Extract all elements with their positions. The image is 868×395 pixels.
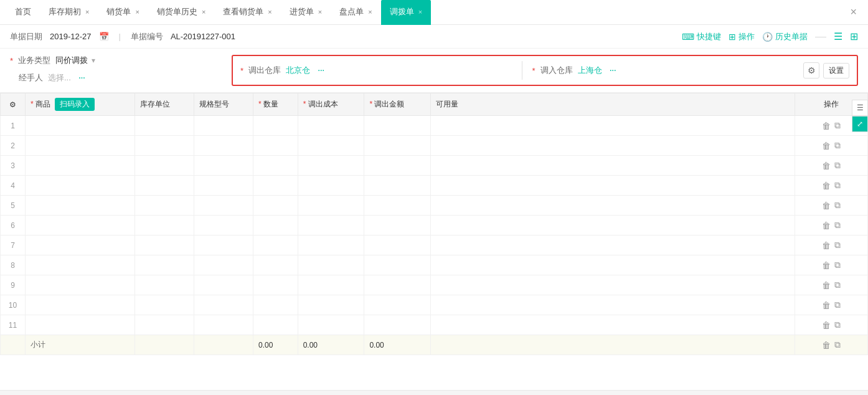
- horizontal-scrollbar[interactable]: [0, 390, 868, 395]
- copy-icon-7[interactable]: ⧉: [834, 240, 841, 250]
- tab-inventory-init[interactable]: 库存期初 ×: [40, 0, 98, 25]
- source-warehouse-more-btn[interactable]: ···: [318, 65, 324, 76]
- tab-view-sales[interactable]: 查看销货单 ×: [214, 0, 280, 25]
- cell-action-8: 🗑⧉: [795, 255, 868, 275]
- row-num-2: 2: [1, 136, 26, 156]
- tab-home[interactable]: 首页: [6, 0, 40, 25]
- subtotal-copy-icon[interactable]: ⧉: [834, 340, 841, 350]
- table-row: 1 🗑 ⧉: [1, 116, 868, 136]
- copy-icon-4[interactable]: ⧉: [834, 180, 841, 191]
- tab-close-transfer[interactable]: ×: [418, 8, 422, 16]
- subtotal-qty: 0.00: [253, 335, 298, 355]
- target-warehouse-value[interactable]: 上海仓: [578, 65, 602, 76]
- table-row: 8 🗑⧉: [1, 255, 868, 275]
- row-num-6: 6: [1, 216, 26, 236]
- delete-icon-3[interactable]: 🗑: [822, 161, 831, 171]
- cell-amount-3[interactable]: [364, 156, 431, 176]
- cell-qty-1[interactable]: [253, 116, 298, 136]
- delete-icon-5[interactable]: 🗑: [822, 201, 831, 211]
- tab-close-sales-order[interactable]: ×: [135, 8, 139, 16]
- scan-btn[interactable]: 扫码录入: [55, 98, 95, 111]
- delete-icon-9[interactable]: 🗑: [822, 280, 831, 290]
- table-wrapper: ⚙ * 商品 扫码录入 库存单位 规格型号 * 数量: [0, 93, 868, 390]
- toolbar: 单据日期 2019-12-27 📅 | 单据编号 AL-20191227-001…: [0, 25, 868, 49]
- col-qty: * 数量: [253, 93, 298, 116]
- handler-more-btn[interactable]: ···: [78, 72, 85, 83]
- copy-icon-6[interactable]: ⧉: [834, 220, 841, 231]
- cell-action-7: 🗑⧉: [795, 236, 868, 255]
- cell-amount-2[interactable]: [364, 136, 431, 156]
- copy-icon-8[interactable]: ⧉: [834, 260, 841, 270]
- delete-icon-11[interactable]: 🗑: [822, 320, 831, 330]
- tab-close-stocktake[interactable]: ×: [368, 8, 372, 16]
- sidebar-list-icon[interactable]: ☰: [852, 100, 868, 116]
- delete-icon-8[interactable]: 🗑: [822, 260, 831, 270]
- sidebar-expand-icon[interactable]: ⤢: [852, 116, 868, 132]
- tab-bar: 首页 库存期初 × 销货单 × 销货单历史 × 查看销货单 × 进货单 × 盘点…: [0, 0, 868, 25]
- copy-icon-5[interactable]: ⧉: [834, 200, 841, 211]
- form-gear-btn[interactable]: ⚙: [803, 62, 819, 79]
- tab-close-sales-history[interactable]: ×: [202, 8, 205, 16]
- cell-qty-3[interactable]: [253, 156, 298, 176]
- delete-icon-2[interactable]: 🗑: [822, 141, 831, 151]
- calendar-icon[interactable]: 📅: [99, 32, 109, 41]
- cell-amount-1[interactable]: [364, 116, 431, 136]
- cell-action-11: 🗑⧉: [795, 315, 868, 335]
- col-settings[interactable]: ⚙: [1, 93, 26, 116]
- copy-icon-9[interactable]: ⧉: [834, 280, 841, 290]
- copy-icon-11[interactable]: ⧉: [834, 320, 841, 330]
- form-set-btn[interactable]: 设置: [823, 63, 849, 79]
- delete-icon-7[interactable]: 🗑: [822, 240, 831, 250]
- dropdown-arrow-icon: ▾: [92, 56, 95, 65]
- window-close-button[interactable]: ×: [845, 6, 862, 19]
- source-warehouse-label: 调出仓库: [248, 65, 281, 76]
- table-row: 3 🗑⧉: [1, 156, 868, 176]
- cell-cost-3[interactable]: [298, 156, 364, 176]
- cell-product-1[interactable]: [26, 116, 135, 136]
- tab-sales-order[interactable]: 销货单 ×: [98, 0, 148, 25]
- operations-btn[interactable]: ⊞ 操作: [729, 31, 755, 42]
- tab-transfer[interactable]: 调拨单 ×: [381, 0, 431, 25]
- row-num-11: 11: [1, 315, 26, 335]
- col-product: * 商品 扫码录入: [26, 93, 135, 116]
- cell-action-3: 🗑⧉: [795, 156, 868, 176]
- source-warehouse-value[interactable]: 北京仓: [286, 65, 310, 76]
- cell-product-4[interactable]: [26, 176, 135, 196]
- table-row: 6 🗑⧉: [1, 216, 868, 236]
- tab-stocktake[interactable]: 盘点单 ×: [331, 0, 380, 25]
- copy-icon-1[interactable]: ⧉: [834, 120, 841, 131]
- layout-grid-btn[interactable]: ⊞: [850, 31, 858, 42]
- delete-icon-6[interactable]: 🗑: [822, 221, 831, 231]
- handler-group: 经手人 选择... ···: [10, 72, 222, 83]
- cell-product-2[interactable]: [26, 136, 135, 156]
- row-num-7: 7: [1, 236, 26, 255]
- cell-cost-1[interactable]: [298, 116, 364, 136]
- row-num-5: 5: [1, 196, 26, 216]
- delete-icon-1[interactable]: 🗑: [822, 121, 831, 131]
- tab-close-view-sales[interactable]: ×: [268, 8, 271, 16]
- cell-qty-2[interactable]: [253, 136, 298, 156]
- tab-close-inventory-init[interactable]: ×: [85, 8, 89, 16]
- col-amount: * 调出金额: [364, 93, 431, 116]
- tab-close-purchase[interactable]: ×: [318, 8, 322, 16]
- cell-product-3[interactable]: [26, 156, 135, 176]
- handler-select[interactable]: 选择...: [48, 72, 71, 83]
- subtotal-delete-icon[interactable]: 🗑: [822, 340, 831, 350]
- copy-icon-2[interactable]: ⧉: [834, 140, 841, 151]
- tab-sales-history[interactable]: 销货单历史 ×: [148, 0, 214, 25]
- tab-purchase[interactable]: 进货单 ×: [281, 0, 331, 25]
- delete-icon-10[interactable]: 🗑: [822, 300, 831, 310]
- copy-icon-10[interactable]: ⧉: [834, 300, 841, 310]
- date-label: 单据日期: [10, 31, 42, 42]
- code-label: 单据编号: [131, 31, 163, 42]
- source-warehouse-section: * 调出仓库 北京仓 ···: [240, 65, 512, 76]
- target-warehouse-more-btn[interactable]: ···: [610, 65, 616, 76]
- date-value[interactable]: 2019-12-27: [50, 32, 92, 41]
- history-btn[interactable]: 🕐 历史单据: [762, 31, 808, 42]
- delete-icon-4[interactable]: 🗑: [822, 181, 831, 191]
- copy-icon-3[interactable]: ⧉: [834, 160, 841, 171]
- business-type-select[interactable]: 同价调拨 ▾: [55, 55, 155, 66]
- layout-list-btn[interactable]: ☰: [834, 31, 842, 42]
- shortcuts-btn[interactable]: ⌨ 快捷键: [682, 31, 721, 42]
- cell-cost-2[interactable]: [298, 136, 364, 156]
